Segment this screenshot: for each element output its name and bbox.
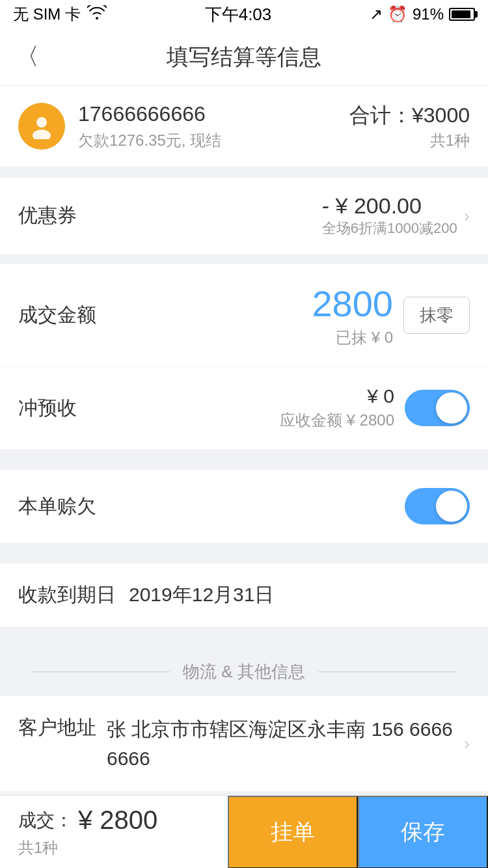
address-row[interactable]: 客户地址 张 北京市市辖区海淀区永丰南 156 6666 6666 › [0,696,488,791]
content-area: 17666666666 欠款1276.35元, 现结 合计：¥3000 共1种 … [0,86,488,868]
customer-phone: 17666666666 [78,102,221,126]
coupon-chevron-icon: › [464,206,470,226]
bottom-summary: 成交： ¥ 2800 共1种 [0,806,228,858]
status-bar: 无 SIM 卡 下午4:03 ↗ ⏰ 91% [0,0,488,29]
customer-sub: 欠款1276.35元, 现结 [78,130,221,151]
pre-amount: ¥ 0 [280,385,394,407]
coupon-amount: - ¥ 200.00 [322,193,457,219]
customer-info: 17666666666 欠款1276.35元, 现结 [78,102,221,151]
transaction-right: 2800 已抹 ¥ 0 抹零 [312,282,470,348]
logistics-header: 物流 & 其他信息 [0,647,488,696]
pending-button[interactable]: 挂单 [228,796,358,869]
bottom-bar: 成交： ¥ 2800 共1种 挂单 保存 [0,795,488,868]
coupon-info: - ¥ 200.00 全场6折满1000减200 [322,193,457,238]
coupon-label: 优惠券 [18,202,77,229]
alarm-icon: ⏰ [388,5,407,23]
avatar [18,103,65,150]
total-amount: 合计：¥3000 [349,102,470,130]
coupon-right: - ¥ 200.00 全场6折满1000减200 › [322,193,470,238]
divider-2 [0,459,488,470]
svg-point-1 [33,129,51,139]
battery-icon [449,8,475,21]
status-right: ↗ ⏰ 91% [370,5,475,23]
due-date-value: 2019年12月31日 [129,582,274,608]
deal-amount: ¥ 2800 [78,806,157,835]
debt-toggle-knob [436,491,467,522]
transaction-amount: 2800 [312,282,393,325]
pre-sub: 应收金额 ¥ 2800 [280,410,394,431]
round-zero-button[interactable]: 抹零 [403,297,470,334]
svg-point-0 [36,117,47,128]
customer-left: 17666666666 欠款1276.35元, 现结 [18,102,221,151]
total-count: 共1种 [349,130,470,151]
transaction-sub: 已抹 ¥ 0 [312,327,393,348]
divider-1 [0,254,488,264]
transaction-row: 成交金额 2800 已抹 ¥ 0 抹零 [0,264,488,367]
back-button[interactable]: 〈 [16,41,39,73]
deal-label: 成交： [18,808,73,833]
address-value: 张 北京市市辖区海淀区永丰南 156 6666 6666 [107,714,454,773]
divider-3 [0,553,488,563]
pre-receive-toggle[interactable] [405,390,470,426]
wifi-icon [87,5,107,23]
logistics-text: 物流 & 其他信息 [183,660,305,683]
due-date-label: 收款到期日 [18,582,116,608]
bottom-count: 共1种 [18,837,210,858]
page-title: 填写结算等信息 [167,42,321,72]
save-button[interactable]: 保存 [358,796,488,869]
toggle-knob [436,392,467,424]
transaction-label: 成交金额 [18,302,96,329]
coupon-desc: 全场6折满1000减200 [322,219,457,238]
pre-receive-right: ¥ 0 应收金额 ¥ 2800 [280,385,470,431]
pre-receive-row: 冲预收 ¥ 0 应收金额 ¥ 2800 [0,367,488,449]
customer-right: 合计：¥3000 共1种 [349,102,470,151]
nav-bar: 〈 填写结算等信息 [0,29,488,86]
transaction-amount-block: 2800 已抹 ¥ 0 [312,282,393,348]
coupon-row[interactable]: 优惠券 - ¥ 200.00 全场6折满1000减200 › [0,178,488,254]
debt-toggle[interactable] [405,488,470,524]
due-date-row: 收款到期日 2019年12月31日 [0,563,488,627]
location-icon: ↗ [370,5,383,23]
status-time: 下午4:03 [205,3,272,26]
divider-4 [0,637,488,647]
pre-receive-label: 冲预收 [18,395,77,422]
sim-indicator: 无 SIM 卡 [13,4,81,25]
transaction-section: 成交金额 2800 已抹 ¥ 0 抹零 冲预收 ¥ 0 应收金额 ¥ 2800 [0,264,488,449]
customer-section: 17666666666 欠款1276.35元, 现结 合计：¥3000 共1种 [0,86,488,167]
pre-amount-block: ¥ 0 应收金额 ¥ 2800 [280,385,394,431]
debt-row: 本单赊欠 [0,470,488,543]
bottom-deal: 成交： ¥ 2800 [18,806,210,835]
debt-section: 本单赊欠 [0,470,488,543]
address-chevron-icon: › [464,733,470,754]
battery-percent: 91% [413,5,444,23]
status-left: 无 SIM 卡 [13,4,107,25]
address-label: 客户地址 [18,714,96,741]
debt-label: 本单赊欠 [18,493,96,520]
